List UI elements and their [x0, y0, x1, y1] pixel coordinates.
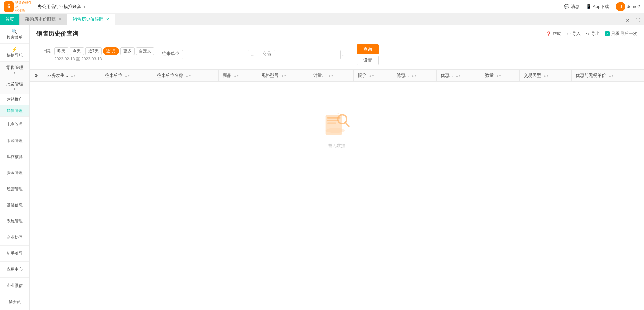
svg-text:✦: ✦ — [337, 111, 339, 115]
message-button[interactable]: 💬 消息 — [564, 4, 579, 10]
sidebar-item-enterprise[interactable]: 企业协同 — [0, 229, 29, 246]
col-source-unit-name[interactable]: 往来单位名称 ▲▼ — [153, 70, 219, 82]
sidebar-item-marketing[interactable]: 营销推广 — [0, 94, 29, 105]
sidebar-item-purchase[interactable]: 采购管理 — [0, 133, 29, 149]
help-button[interactable]: ❓ 帮助 — [546, 31, 561, 37]
sidebar-item-shortcuts[interactable]: ⚡ 快捷导航 — [0, 44, 29, 62]
sidebar-item-system[interactable]: 系统管理 — [0, 213, 29, 229]
filter-row: 日期 昨天 今天 近7天 近1月 更多 自定义 2023-02-18 至 202… — [36, 42, 637, 69]
only-last-checkbox[interactable]: ✓ 只看最后一次 — [605, 31, 637, 37]
date-btn-7days[interactable]: 近7天 — [85, 47, 102, 55]
sidebar-item-corp-wechat[interactable]: 企业微信 — [0, 278, 29, 294]
goods-filter-label: 商品 — [262, 50, 271, 57]
date-filter-group: 日期 昨天 今天 近7天 近1月 更多 自定义 2023-02-18 至 202… — [43, 47, 154, 62]
col-discount1[interactable]: 优惠... ▲▼ — [392, 70, 436, 82]
sidebar-item-shortcuts-label: 快捷导航 — [7, 53, 23, 58]
query-button[interactable]: 查询 — [357, 44, 379, 54]
source-unit-input[interactable] — [182, 50, 249, 59]
tab-sales[interactable]: 销售历史价跟踪 ✕ — [67, 14, 115, 25]
download-icon: 📱 — [586, 4, 591, 9]
sidebar-item-guide[interactable]: 新手引导 — [0, 246, 29, 262]
chevron-up-icon: ▲ — [13, 87, 16, 91]
sidebar-item-app-center-label: 应用中心 — [7, 267, 23, 272]
tab-home[interactable]: 首页 — [0, 14, 20, 25]
goods-filter-group: 商品 ··· — [262, 50, 346, 59]
sidebar-item-operations[interactable]: 经营管理 — [0, 181, 29, 197]
col-biz-date[interactable]: 业务发生... ▲▼ — [43, 70, 101, 82]
sort-icon: ▲▼ — [609, 75, 614, 78]
help-icon: ❓ — [546, 31, 551, 36]
tab-sales-label: 销售历史价跟踪 — [73, 16, 103, 22]
sidebar-item-search[interactable]: 🔍 搜索菜单 — [0, 25, 29, 44]
col-quoted-price[interactable]: 报价 ▲▼ — [354, 70, 392, 82]
date-btn-1month[interactable]: 近1月 — [103, 47, 119, 55]
goods-input[interactable] — [274, 50, 341, 59]
goods-ellipsis[interactable]: ··· — [342, 52, 346, 57]
empty-text: 暂无数据 — [328, 143, 345, 149]
col-source-unit[interactable]: 往来单位 ▲▼ — [101, 70, 153, 82]
col-unit[interactable]: 计量... ▲▼ — [309, 70, 354, 82]
date-btn-today[interactable]: 今天 — [70, 47, 84, 55]
settings-button[interactable]: 设置 — [357, 56, 379, 65]
sidebar-item-ecommerce-label: 电商管理 — [7, 122, 23, 127]
close-purchase-tab-icon[interactable]: ✕ — [58, 17, 62, 22]
col-settings[interactable]: ⚙ — [30, 70, 43, 82]
sort-icon: ▲▼ — [234, 75, 239, 78]
col-pre-discount-price[interactable]: 优惠前无税单价 ▲▼ — [572, 70, 644, 82]
sidebar-item-marketing-label: 营销推广 — [7, 97, 23, 102]
sort-icon: ▲▼ — [496, 75, 501, 78]
col-trade-type[interactable]: 交易类型 ▲▼ — [519, 70, 571, 82]
maximize-button[interactable]: ⛶ — [634, 17, 641, 24]
sidebar-item-sales-mgmt[interactable]: 销售管理 — [0, 105, 29, 117]
svg-rect-4 — [327, 123, 336, 124]
goods-input-group: ··· — [274, 50, 346, 59]
empty-icon: ✦ — [320, 108, 354, 139]
sidebar-item-basic-info[interactable]: 基础信息 — [0, 197, 29, 213]
top-bar: 6 畅捷通好生意 标准版 办公用品行业模拟账套 ▼ 💬 消息 📱 App下载 d… — [0, 0, 644, 13]
sidebar-item-finance-label: 资金管理 — [7, 170, 23, 176]
tab-purchase[interactable]: 采购历史价跟踪 ✕ — [20, 14, 67, 25]
sidebar: 🔍 搜索菜单 ⚡ 快捷导航 零售管理 ▼ 批发管理 ▲ 营销推广 销售管理 电商… — [0, 25, 30, 310]
sidebar-item-members-label: 畅会员 — [9, 299, 21, 305]
sidebar-item-ecommerce[interactable]: 电商管理 — [0, 117, 29, 133]
col-spec[interactable]: 规格型号 ▲▼ — [257, 70, 309, 82]
sidebar-item-app-center[interactable]: 应用中心 — [0, 262, 29, 278]
sidebar-item-finance[interactable]: 资金管理 — [0, 165, 29, 181]
sidebar-item-retail-label: 零售管理 — [6, 65, 23, 71]
logo-text: 畅捷通好生意 标准版 — [15, 1, 34, 13]
sidebar-item-inventory[interactable]: 库存核算 — [0, 149, 29, 165]
app-download-button[interactable]: 📱 App下载 — [586, 4, 609, 10]
page-title: 销售历史价查询 — [36, 30, 78, 38]
export-icon: ↪ — [586, 31, 590, 36]
col-discount2[interactable]: 优惠... ▲▼ — [436, 70, 481, 82]
table-area: ⚙ 业务发生... ▲▼ 往来单位 ▲▼ 往来单位名称 ▲▼ — [30, 70, 644, 310]
close-window-button[interactable]: ✕ — [624, 17, 631, 24]
user-menu[interactable]: d demo2 — [616, 2, 640, 11]
source-unit-ellipsis[interactable]: ··· — [251, 52, 254, 57]
export-button[interactable]: ↪ 导出 — [586, 31, 600, 37]
sidebar-item-inventory-label: 库存核算 — [7, 154, 23, 160]
sidebar-item-members[interactable]: 畅会员 — [0, 294, 29, 310]
tab-bar: 首页 采购历史价跟踪 ✕ 销售历史价跟踪 ✕ ✕ ⛶ — [0, 13, 644, 25]
checkbox-icon: ✓ — [605, 31, 610, 36]
date-btn-yesterday[interactable]: 昨天 — [54, 47, 68, 55]
sidebar-item-enterprise-label: 企业协同 — [7, 235, 23, 240]
sidebar-item-wholesale[interactable]: 批发管理 ▲ — [0, 78, 29, 94]
close-sales-tab-icon[interactable]: ✕ — [106, 17, 109, 22]
import-button[interactable]: ↩ 导入 — [567, 31, 581, 37]
data-table: ⚙ 业务发生... ▲▼ 往来单位 ▲▼ 往来单位名称 ▲▼ — [30, 70, 644, 82]
sidebar-item-basic-info-label: 基础信息 — [7, 202, 23, 208]
sidebar-item-retail[interactable]: 零售管理 ▼ — [0, 62, 29, 78]
workspace-selector[interactable]: 办公用品行业模拟账套 ▼ — [38, 4, 86, 10]
col-quantity[interactable]: 数量 ▲▼ — [481, 70, 519, 82]
sidebar-item-guide-label: 新手引导 — [7, 251, 23, 256]
tab-bar-actions: ✕ ⛶ — [624, 17, 644, 25]
sort-icon: ▲▼ — [186, 75, 191, 78]
sort-icon: ▲▼ — [125, 75, 130, 78]
sort-icon: ▲▼ — [455, 75, 461, 78]
date-btn-more[interactable]: 更多 — [120, 47, 135, 55]
content-area: 销售历史价查询 ❓ 帮助 ↩ 导入 ↪ 导出 ✓ — [30, 25, 644, 310]
col-goods[interactable]: 商品 ▲▼ — [218, 70, 257, 82]
chevron-down-icon: ▼ — [83, 5, 86, 9]
date-btn-custom[interactable]: 自定义 — [136, 47, 154, 55]
